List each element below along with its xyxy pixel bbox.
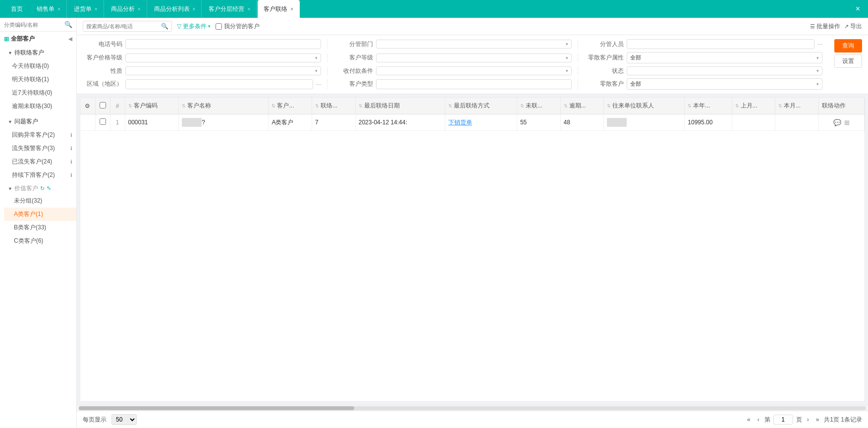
filter-row-2: 客户价格等级 ▾ 客户等级 ▾ [83,52,828,63]
sidebar-section-value: ▼ 价值客户 ↻ ✎ [4,182,76,194]
nav-tab-customer-mgmt[interactable]: 客户分层经营 × [203,0,257,18]
col-year-amount[interactable]: ⇅本年... [685,98,732,114]
scrollbar-thumb[interactable] [79,406,354,410]
filter-nature-select[interactable]: ▾ [125,66,321,75]
nav-tab-analysis-list-close[interactable]: × [193,6,196,12]
sidebar-all-customers-label: 全部客户 [11,35,35,43]
page-input[interactable] [773,415,793,425]
filter-payment-select[interactable]: ▾ [376,66,572,75]
nav-tab-sales[interactable]: 销售单 × [31,0,67,18]
per-page-select[interactable]: 50 20 100 [111,414,137,425]
col-last-month[interactable]: ⇅上月... [732,98,775,114]
nav-tab-customer-contact[interactable]: 客户联络 × [258,0,300,18]
col-index: # [110,98,125,114]
col-contact-count[interactable]: ⇅联络... [312,98,356,114]
grid-icon[interactable]: ⊞ [844,119,850,126]
row-company-contact-blurred: RE . [607,118,627,127]
my-customers-checkbox[interactable] [216,23,222,30]
row-select-checkbox[interactable] [100,118,106,125]
value-refresh-icon[interactable]: ↻ [40,185,45,192]
sidebar-section-pending[interactable]: ▼ 待联络客户 [4,46,76,59]
search-input[interactable] [86,23,159,29]
sidebar-search-input[interactable] [4,22,64,28]
page-suffix: 页 [796,416,802,424]
filter-retail-attr-select[interactable]: 全部 ▾ [627,52,822,63]
col-overdue[interactable]: ⇅逾期... [560,98,604,114]
nav-tab-analysis-list[interactable]: 商品分析列表 × [148,0,202,18]
nav-tab-purchase-close[interactable]: × [95,6,98,12]
col-last-contact-date[interactable]: ⇅最后联络日期 [355,98,445,114]
search-icon[interactable]: 🔍 [161,23,168,30]
row-last-contact-method: 下销货单 [445,114,517,131]
col-code[interactable]: ⇅客户编码 [125,98,179,114]
filter-person-dots[interactable]: ··· [817,41,822,48]
col-gear[interactable]: ⚙ [80,98,95,114]
filter-status-select[interactable]: ▾ [627,66,822,75]
sidebar-collapse-icon[interactable]: ◀ [68,36,72,42]
nav-tab-analysis-close[interactable]: × [138,6,141,12]
col-this-month[interactable]: ⇅本月... [775,98,819,114]
filter-phone-input[interactable] [125,39,321,49]
comment-icon[interactable]: 💬 [833,119,841,126]
filter-person-input[interactable] [627,39,814,49]
sidebar-item-ungroup[interactable]: 未分组(32) [4,194,76,208]
more-conditions-btn[interactable]: ▽ 更多条件 ▾ [177,22,211,31]
settings-button[interactable]: 设置 [834,54,862,68]
problem-triangle: ▼ [8,119,12,124]
sidebar-section-problem[interactable]: ▼ 问题客户 [4,115,76,128]
col-customer-type[interactable]: ⇅客户... [269,98,312,114]
filter-region-input[interactable] [125,79,313,89]
sidebar-item-today[interactable]: 今天待联络(0) [4,59,76,73]
last-contact-method-link[interactable]: 下销货单 [448,119,472,126]
col-last-contact-method[interactable]: ⇅最后联络方式 [445,98,517,114]
sidebar-item-repurchase[interactable]: 回购异常客户(2) ℹ [4,128,76,142]
sidebar-search-icon[interactable]: 🔍 [64,21,72,28]
value-edit-icon[interactable]: ✎ [47,185,51,192]
prev-page-btn[interactable]: ‹ [756,415,761,424]
filter-region-dots[interactable]: ··· [316,81,321,88]
scrollbar-track [79,406,866,410]
sidebar-item-churn-warn[interactable]: 流失预警客户(3) ℹ [4,142,76,155]
filter-dept-select[interactable]: ▾ [376,40,572,49]
select-all-checkbox[interactable] [100,102,106,108]
sidebar-item-a-class[interactable]: A类客户(1) [4,208,76,221]
export-label: 导出 [850,22,862,31]
sidebar-item-b-class[interactable]: B类客户(33) [4,221,76,234]
export-btn[interactable]: ↗ 导出 [844,22,862,31]
col-company-contact[interactable]: ⇅往来单位联系人 [604,98,685,114]
query-button[interactable]: 查询 [834,39,862,53]
filter-retail-customer-select[interactable]: 全部 ▾ [627,78,822,90]
sidebar-item-declining[interactable]: 持续下滑客户(2) ℹ [4,168,76,182]
nav-tab-purchase[interactable]: 进货单 × [68,0,104,18]
sidebar-item-7days[interactable]: 近7天待联络(0) [4,86,76,100]
row-overdue: 48 [560,114,604,131]
col-name[interactable]: ⇅客户名称 [179,98,269,114]
filter-customer-type-input[interactable] [376,79,572,89]
horizontal-scrollbar[interactable] [77,405,868,411]
nav-home[interactable]: 首页 [4,0,30,18]
last-page-btn[interactable]: » [814,415,821,424]
filter-price-grade-select[interactable]: ▾ [125,54,321,62]
sidebar-all-customers[interactable]: ⊞ 全部客户 ◀ [0,32,76,46]
nav-tab-analysis[interactable]: 商品分析 × [105,0,147,18]
sidebar-item-tomorrow[interactable]: 明天待联络(1) [4,73,76,86]
nav-tab-customer-mgmt-close[interactable]: × [247,6,250,12]
sidebar-item-lost[interactable]: 已流失客户(24) ℹ [4,155,76,168]
content-area: 🔍 ▽ 更多条件 ▾ 我分管的客户 ☰ 批量操作 ↗ 导出 [77,18,868,428]
nav-tab-sales-close[interactable]: × [57,6,60,12]
sidebar-item-overdue[interactable]: 逾期未联络(30) [4,100,76,113]
filter-row-3: 性质 ▾ 收付款条件 ▾ [83,66,828,75]
first-page-btn[interactable]: « [745,415,753,424]
my-customers-checkbox-label[interactable]: 我分管的客户 [216,22,260,31]
nav-tab-customer-mgmt-label: 客户分层经营 [209,5,244,13]
batch-operation-btn[interactable]: ☰ 批量操作 [810,22,840,31]
col-checkbox[interactable] [95,98,110,114]
close-all-tabs[interactable]: × [852,4,864,13]
nav-tab-customer-contact-close[interactable]: × [290,6,293,12]
row-checkbox[interactable] [95,114,110,131]
col-uncontacted[interactable]: ⇅未联... [517,98,560,114]
sidebar-item-c-class[interactable]: C类客户(6) [4,234,76,248]
filter-retail-customer-value: 全部 [630,80,641,88]
filter-customer-grade-select[interactable]: ▾ [376,54,572,62]
next-page-btn[interactable]: › [805,415,811,424]
